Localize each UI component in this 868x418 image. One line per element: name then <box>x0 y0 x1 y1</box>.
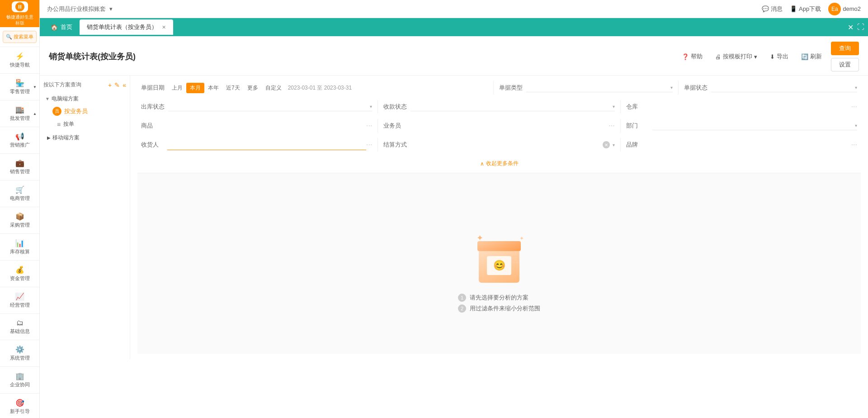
scheme-group-desktop-title[interactable]: ▼ 电脑端方案 <box>43 93 126 104</box>
enterprise-icon: 🏢 <box>15 372 24 380</box>
sidebar-item-sales[interactable]: 💼 销售管理 <box>0 156 39 178</box>
tab-home[interactable]: 🏠 首页 <box>43 19 80 35</box>
filter-item-salesperson: 业务员 ··· <box>380 122 618 130</box>
department-arrow-icon: ▾ <box>855 123 857 128</box>
sidebar-item-newbie[interactable]: 🎯 新手引导 <box>0 395 39 418</box>
query-settings-group: 查询 设置 <box>831 42 859 71</box>
brand-dots-button[interactable]: ··· <box>851 141 857 149</box>
sidebar-item-ops[interactable]: 📈 经营管理 <box>0 289 39 312</box>
order-icon: ≡ <box>57 121 61 128</box>
query-button[interactable]: 查询 <box>831 42 859 55</box>
receiver-input[interactable] <box>167 139 366 150</box>
doc-status-arrow-icon: ▾ <box>855 85 857 90</box>
tab-close-all-button[interactable]: ✕ <box>848 23 854 32</box>
tabbar: 🏠 首页 销货单统计表（按业务员） ✕ ✕ ⛶ <box>40 18 868 36</box>
filter-row-1: 单据日期 上月 本月 本年 近7天 更多 自定义 2023-03-01 至 20… <box>137 81 861 95</box>
date-tab-more[interactable]: 更多 <box>244 83 262 93</box>
scheme-item-order-label: 按单 <box>63 120 74 128</box>
scheme-item-by-order[interactable]: ≡ 按单 <box>43 118 126 130</box>
scheme-group-mobile[interactable]: ▶ 移动端方案 <box>43 132 126 143</box>
collapse-panel-button[interactable]: « <box>123 81 126 89</box>
mobile-group-label: 移动端方案 <box>52 134 80 142</box>
warehouse-dots-button[interactable]: ··· <box>851 103 857 111</box>
sidebar-item-ecom[interactable]: 🛒 电商管理 <box>0 182 39 205</box>
filter-divider-7 <box>377 138 378 152</box>
sidebar-item-wholesale[interactable]: 🏬 批发管理 ▲ <box>0 102 39 125</box>
left-panel-icons: + ✎ « <box>108 81 126 89</box>
sidebar-item-purchase[interactable]: 📦 采购管理 <box>0 209 39 232</box>
salesperson-dot: 员 <box>52 107 61 116</box>
sidebar-item-inventory[interactable]: 📊 库存核算 <box>0 236 39 258</box>
department-select[interactable]: ▾ <box>652 121 857 130</box>
doc-type-select[interactable]: ▾ <box>526 83 673 92</box>
wholesale-icon: 🏬 <box>15 105 24 114</box>
settings-button[interactable]: 设置 <box>831 58 859 71</box>
sidebar-item-enterprise[interactable]: 🏢 企业协同 <box>0 369 39 391</box>
tab-maximize-button[interactable]: ⛶ <box>857 23 864 31</box>
message-icon: 💬 <box>762 5 769 12</box>
box-line-3 <box>512 262 519 263</box>
sidebar-item-retail[interactable]: 🏪 零售管理 ▼ <box>0 76 39 98</box>
message-button[interactable]: 💬 消息 <box>762 5 783 13</box>
sidebar-item-finance[interactable]: 💰 资金管理 <box>0 262 39 285</box>
add-scheme-button[interactable]: + <box>108 81 112 89</box>
receiver-dots-button[interactable]: ··· <box>366 141 372 149</box>
collapse-label: 收起更多条件 <box>486 160 519 167</box>
salesperson-dots-button[interactable]: ··· <box>609 122 614 130</box>
print-button[interactable]: 🖨 按模板打印 ▾ <box>712 51 761 62</box>
print-icon: 🖨 <box>715 53 721 60</box>
sidebar-item-system[interactable]: ⚙️ 系统管理 <box>0 342 39 365</box>
tab-home-label: 首页 <box>61 23 72 31</box>
sidebar-nav-basic: 🗂 基础信息 <box>0 314 39 340</box>
topbar-dropdown[interactable]: ▾ <box>109 5 113 12</box>
wholesale-arrow-icon: ▲ <box>33 112 37 116</box>
empty-state-container: ✦ ✦ 😊 <box>137 173 861 354</box>
sparkle-icon-2: ✦ <box>519 235 524 242</box>
app-download-button[interactable]: 📱 App下载 <box>790 5 821 13</box>
date-tab-this-month[interactable]: 本月 <box>186 83 204 93</box>
sidebar-item-basic[interactable]: 🗂 基础信息 <box>0 316 39 338</box>
hint-num-1: 1 <box>458 294 466 302</box>
filter-item-payment-status: 收款状态 ▾ <box>380 102 618 111</box>
sidebar-item-quick-nav[interactable]: ⚡ 快捷导航 <box>0 49 39 71</box>
filter-item-date: 单据日期 上月 本月 本年 近7天 更多 自定义 2023-03-01 至 20… <box>137 83 491 93</box>
collapse-filters-button[interactable]: ∧ 收起更多条件 <box>137 157 861 173</box>
filter-row-4: 收货人 ··· 结算方式 ✕ ▾ <box>137 138 861 152</box>
box-face: 😊 <box>487 256 511 275</box>
payment-status-select[interactable]: ▾ <box>410 102 614 111</box>
sidebar-nav-purchase: 📦 采购管理 <box>0 207 39 234</box>
avatar: Ea <box>828 3 841 15</box>
user-profile[interactable]: Ea demo2 <box>828 3 861 15</box>
date-tab-this-year[interactable]: 本年 <box>204 83 222 93</box>
date-tab-7days[interactable]: 近7天 <box>222 83 244 93</box>
ecom-icon: 🛒 <box>15 185 24 194</box>
settlement-clear-button[interactable]: ✕ <box>603 141 610 148</box>
search-label: 搜索菜单 <box>14 33 33 40</box>
date-tab-last-month[interactable]: 上月 <box>168 83 186 93</box>
page-wrapper: 销货单统计表(按业务员) ❓ 帮助 🖨 按模板打印 ▾ ⬇ 导出 <box>40 36 868 418</box>
edit-scheme-button[interactable]: ✎ <box>114 81 120 89</box>
search-menu-button[interactable]: 🔍 搜索菜单 <box>3 31 37 43</box>
help-button[interactable]: ❓ 帮助 <box>678 51 706 62</box>
topbar-left: 办公用品行业模拟账套 ▾ <box>47 5 113 13</box>
scheme-group-desktop: ▼ 电脑端方案 员 按业务员 ≡ 按单 <box>43 93 126 130</box>
tab-close-button[interactable]: ✕ <box>162 24 166 30</box>
product-dots-button[interactable]: ··· <box>366 122 372 130</box>
doc-type-arrow-icon: ▾ <box>670 85 673 90</box>
date-range-text: 2023-03-01 至 2023-03-31 <box>288 84 352 92</box>
export-button[interactable]: ⬇ 导出 <box>766 51 792 62</box>
outbound-status-select[interactable]: ▾ <box>168 102 372 111</box>
sidebar-item-marketing[interactable]: 📢 营销推广 <box>0 129 39 152</box>
date-tab-custom[interactable]: 自定义 <box>262 83 285 93</box>
filter-row-3: 商品 ··· 业务员 ··· <box>137 119 861 133</box>
payment-status-arrow-icon: ▾ <box>613 104 615 109</box>
scheme-item-by-salesperson[interactable]: 员 按业务员 <box>43 104 126 118</box>
payment-status-label: 收款状态 <box>383 103 407 111</box>
sidebar-nav-marketing: 📢 营销推广 <box>0 127 39 154</box>
salesperson-label: 业务员 <box>383 122 406 130</box>
search-icon: 🔍 <box>6 34 12 40</box>
box-lines-right <box>512 256 519 263</box>
tab-sales-stat[interactable]: 销货单统计表（按业务员） ✕ <box>80 19 173 35</box>
doc-status-select[interactable]: ▾ <box>711 83 858 92</box>
refresh-button[interactable]: 🔄 刷新 <box>797 51 826 62</box>
